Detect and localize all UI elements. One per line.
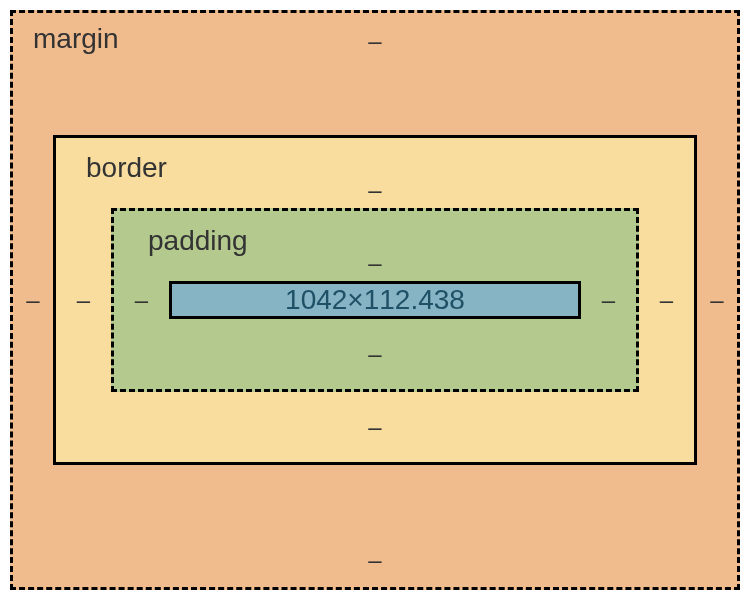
margin-left-value: – [26, 286, 39, 314]
margin-label: margin [33, 23, 119, 55]
margin-box: margin – – border – – padding – – 1042×1… [10, 10, 740, 590]
border-box: border – – padding – – 1042×112.438 – [53, 135, 697, 465]
padding-bottom-value: – [368, 340, 381, 368]
content-dimensions: 1042×112.438 [285, 284, 465, 316]
border-right-value: – [660, 286, 673, 314]
padding-top-value: – [368, 249, 381, 277]
margin-right-value: – [710, 286, 723, 314]
margin-bottom-value: – [368, 546, 381, 574]
border-top-value: – [368, 176, 381, 204]
padding-right-value: – [602, 286, 615, 314]
padding-left-value: – [135, 286, 148, 314]
border-left-value: – [77, 286, 90, 314]
padding-label: padding [148, 225, 248, 257]
margin-top-value: – [368, 27, 381, 55]
padding-box: padding – – 1042×112.438 – – [111, 208, 639, 392]
border-bottom-value: – [368, 413, 381, 441]
content-box: 1042×112.438 [169, 281, 581, 319]
border-label: border [86, 152, 167, 184]
